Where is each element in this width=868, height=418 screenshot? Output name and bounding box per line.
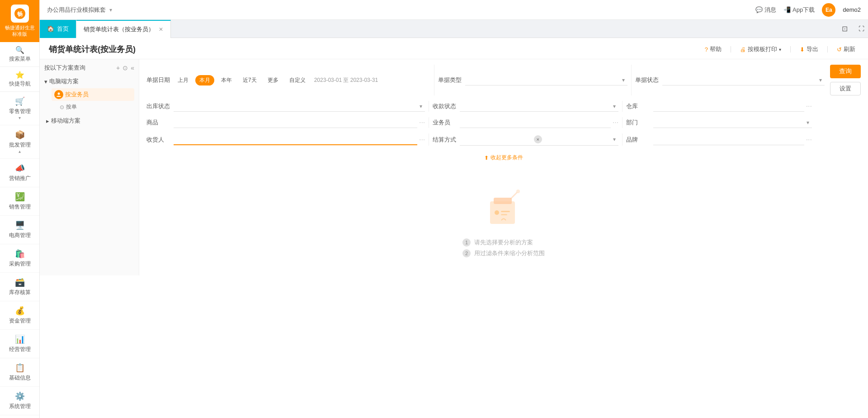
- tab-expand-btn[interactable]: ⊡: [836, 24, 853, 33]
- hint-text-2: 用过滤条件来缩小分析范围: [474, 249, 545, 257]
- filter-field-receiver: 收货人 ···: [146, 134, 425, 145]
- out-status-select[interactable]: ▾: [174, 101, 425, 112]
- tree-parent-mobile[interactable]: ▸ 移动端方案: [44, 115, 134, 127]
- tree-grandchildren: ⊙ 按单: [52, 102, 134, 112]
- product-dots[interactable]: ···: [417, 119, 425, 127]
- sidebar-search[interactable]: 🔍 搜索菜单: [0, 42, 39, 67]
- query-btn[interactable]: 查询: [830, 65, 861, 78]
- home-icon: 🏠: [47, 25, 54, 32]
- wholesale-label: 批发管理: [9, 141, 31, 149]
- product-input[interactable]: [174, 117, 417, 128]
- payment-status-select[interactable]: ▾: [460, 101, 618, 112]
- date-btn-last7[interactable]: 近7天: [239, 75, 261, 86]
- brand-dots[interactable]: ···: [804, 136, 812, 144]
- system-icon: ⚙️: [15, 391, 25, 401]
- tabbar: 🏠 首页 销货单统计表（按业务员） ✕ ⊡ ⛶: [40, 20, 868, 38]
- refresh-btn[interactable]: ↺ 刷新: [833, 43, 859, 55]
- sidebar-item-basic[interactable]: 📋 基础信息: [0, 358, 39, 387]
- receiver-dots[interactable]: ···: [417, 136, 425, 144]
- collapse-btn[interactable]: ⬆ 收起更多条件: [146, 151, 861, 164]
- doc-status-label: 单据状态: [635, 76, 662, 84]
- tab-sales-stat[interactable]: 销货单统计表（按业务员） ✕: [76, 20, 171, 38]
- sidebar-logo[interactable]: 畅 畅捷通好生意 标准版: [0, 0, 39, 42]
- sidebar-item-finance[interactable]: 💰 资金管理: [0, 301, 39, 330]
- doc-type-select[interactable]: ▾: [465, 75, 627, 86]
- scheme-title: 按以下方案查询: [44, 64, 85, 72]
- salesperson-dots[interactable]: ···: [611, 119, 618, 127]
- filter-field-date: 单据日期 上月 本月 本年 近7天 更多 自定义 2023-03-01 至 20…: [146, 75, 430, 86]
- sidebar-item-operations[interactable]: 📊 经营管理: [0, 330, 39, 358]
- warehouse-dots[interactable]: ···: [804, 102, 812, 110]
- doc-status-arrow: ▾: [819, 77, 822, 83]
- department-label: 部门: [626, 119, 653, 127]
- sidebar-item-inventory[interactable]: 🗃️ 库存核算: [0, 273, 39, 301]
- filter-row-1: 单据日期 上月 本月 本年 近7天 更多 自定义 2023-03-01 至 20…: [146, 65, 861, 95]
- svg-point-2: [58, 93, 60, 95]
- sidebar-item-enterprise[interactable]: 🤝 企业协同: [0, 415, 39, 418]
- tab-close-icon[interactable]: ✕: [159, 26, 163, 33]
- scheme-collapse-icon[interactable]: «: [131, 64, 134, 71]
- topbar-dropdown-icon[interactable]: ▾: [109, 7, 112, 13]
- export-btn[interactable]: ⬇ 导出: [796, 43, 822, 55]
- action-sep2: [790, 46, 791, 52]
- print-btn[interactable]: 🖨 按模板打印 ▾: [736, 43, 785, 55]
- tree-arrow-desktop: ▾: [44, 78, 47, 85]
- filter-divider-6: [622, 117, 623, 128]
- tab-fullscreen-btn[interactable]: ⛶: [855, 25, 868, 32]
- tab-home-label: 首页: [57, 25, 69, 33]
- sidebar-item-sales[interactable]: 💹 销售管理: [0, 187, 39, 216]
- user-name[interactable]: demo2: [843, 6, 861, 13]
- date-btn-this-month[interactable]: 本月: [195, 75, 214, 86]
- filter-field-doc-type: 单据类型 ▾: [438, 75, 627, 86]
- retail-label: 零售管理: [9, 108, 31, 115]
- date-btn-last-month[interactable]: 上月: [174, 75, 193, 86]
- date-btn-more[interactable]: 更多: [264, 75, 283, 86]
- message-btn[interactable]: 💬 消息: [755, 6, 776, 14]
- tree-child-salesperson[interactable]: 按业务员: [52, 88, 134, 101]
- retail-icon: 🛒: [15, 96, 25, 106]
- out-status-arrow: ▾: [420, 103, 422, 109]
- sidebar-item-retail[interactable]: 🛒 零售管理 ▾: [0, 92, 39, 125]
- sidebar-shortcut[interactable]: ⭐ 快捷导航: [0, 67, 39, 92]
- warehouse-input[interactable]: [653, 101, 804, 112]
- inventory-icon: 🗃️: [15, 277, 25, 287]
- shortcut-icon: ⭐: [15, 71, 24, 79]
- doc-status-select[interactable]: ▾: [662, 75, 825, 86]
- tree-grandchild-order[interactable]: ⊙ 按单: [57, 102, 134, 112]
- salesperson-scheme-icon: [54, 90, 63, 99]
- date-label: 单据日期: [146, 76, 174, 84]
- sidebar-item-system[interactable]: ⚙️ 系统管理: [0, 387, 39, 415]
- purchase-label: 采购管理: [9, 260, 31, 268]
- settle-clear-btn[interactable]: ×: [534, 135, 542, 143]
- retail-arrow: ▾: [19, 115, 21, 120]
- date-btn-custom[interactable]: 自定义: [285, 75, 310, 86]
- settle-select[interactable]: × ▾: [460, 133, 618, 146]
- setting-btn[interactable]: 设置: [830, 82, 861, 95]
- salesperson-input[interactable]: [460, 117, 611, 128]
- ecommerce-icon: 🖥️: [15, 220, 25, 230]
- svg-point-9: [516, 190, 520, 193]
- avatar[interactable]: Ea: [822, 3, 835, 17]
- doc-type-label: 单据类型: [438, 76, 465, 84]
- sidebar-item-wholesale[interactable]: 📦 批发管理 ▴: [0, 125, 39, 159]
- filter-field-payment-status: 收款状态 ▾: [433, 101, 618, 112]
- brand-input[interactable]: [653, 134, 804, 145]
- empty-hints: 1 请先选择要分析的方案 2 用过滤条件来缩小分析范围: [462, 238, 545, 257]
- tab-home[interactable]: 🏠 首页: [40, 20, 76, 38]
- tree-parent-desktop[interactable]: ▾ 电脑端方案: [44, 76, 134, 87]
- sidebar-item-purchase[interactable]: 🛍️ 采购管理: [0, 244, 39, 273]
- fullscreen-icon: ⛶: [859, 25, 864, 32]
- finance-icon: 💰: [15, 306, 25, 316]
- scheme-add-icon[interactable]: +: [116, 64, 120, 71]
- sidebar-item-marketing[interactable]: 📣 营销推广: [0, 159, 39, 187]
- app-download-btn[interactable]: 📲 App下载: [783, 6, 815, 14]
- sidebar-item-ecommerce[interactable]: 🖥️ 电商管理: [0, 216, 39, 244]
- scheme-settings-icon[interactable]: ⊙: [123, 64, 128, 71]
- help-btn[interactable]: ? 帮助: [701, 43, 725, 55]
- department-select[interactable]: ▾: [653, 118, 812, 128]
- receiver-input[interactable]: [174, 134, 417, 145]
- filter-field-product: 商品 ···: [146, 117, 425, 128]
- filter-form: 单据日期 上月 本月 本年 近7天 更多 自定义 2023-03-01 至 20…: [139, 59, 868, 170]
- date-btn-this-year[interactable]: 本年: [217, 75, 236, 86]
- print-dropdown-icon: ▾: [779, 47, 781, 52]
